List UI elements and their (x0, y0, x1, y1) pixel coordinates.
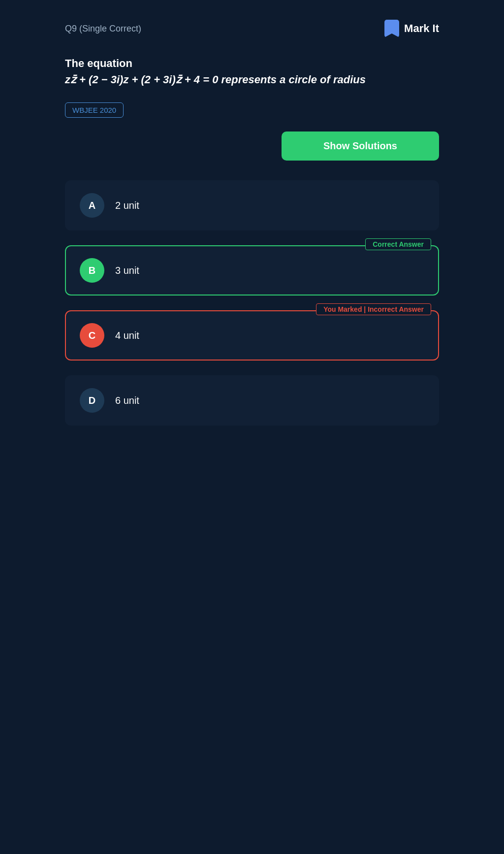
option-text-b: 3 unit (115, 265, 139, 276)
option-wrapper-d: D 6 unit (65, 375, 439, 426)
option-card-a[interactable]: A 2 unit (65, 180, 439, 230)
option-text-a: 2 unit (115, 200, 139, 211)
option-text-d: 6 unit (115, 395, 139, 406)
option-circle-d: D (80, 388, 104, 413)
exam-tag: WBJEE 2020 (65, 102, 124, 118)
option-circle-b: B (80, 258, 104, 283)
option-circle-c: C (80, 323, 104, 348)
option-wrapper-a: A 2 unit (65, 180, 439, 230)
option-card-b[interactable]: B 3 unit (65, 245, 439, 296)
question-section: The equation zz̄ + (2 − 3i)z + (2 + 3i)z… (65, 55, 439, 88)
question-equation: zz̄ + (2 − 3i)z + (2 + 3i)z̄ + 4 = 0 rep… (65, 73, 366, 86)
option-wrapper-c: You Marked | Incorrect Answer C 4 unit (65, 310, 439, 361)
incorrect-answer-tag: You Marked | Incorrect Answer (316, 303, 431, 315)
tag-section: WBJEE 2020 (65, 102, 439, 118)
mark-it-label: Mark It (404, 22, 439, 35)
header: Q9 (Single Correct) Mark It (65, 20, 439, 37)
show-solutions-section: Show Solutions (65, 131, 439, 161)
show-solutions-button[interactable]: Show Solutions (282, 131, 439, 161)
mark-it-button[interactable]: Mark It (384, 20, 439, 37)
options-section: A 2 unit Correct Answer B 3 unit You Mar… (65, 180, 439, 440)
option-card-d[interactable]: D 6 unit (65, 375, 439, 426)
bookmark-icon (384, 20, 399, 37)
option-circle-a: A (80, 193, 104, 218)
question-intro: The equation zz̄ + (2 − 3i)z + (2 + 3i)z… (65, 55, 439, 88)
question-label: Q9 (Single Correct) (65, 24, 141, 34)
correct-answer-tag: Correct Answer (365, 238, 431, 250)
option-wrapper-b: Correct Answer B 3 unit (65, 245, 439, 296)
page-container: Q9 (Single Correct) Mark It The equation… (50, 0, 454, 460)
option-text-c: 4 unit (115, 330, 139, 341)
option-card-c[interactable]: C 4 unit (65, 310, 439, 361)
